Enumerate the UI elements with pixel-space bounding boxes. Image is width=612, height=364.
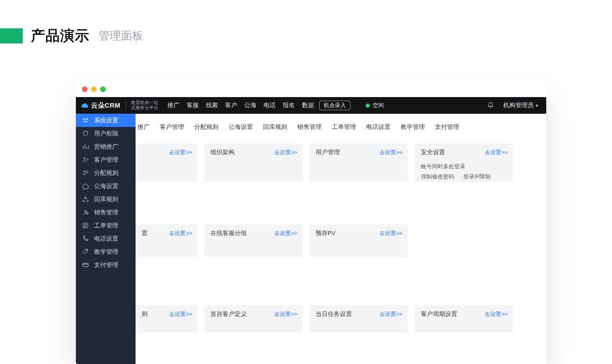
sidebar-item-teaching-management[interactable]: 教学管理 — [76, 245, 136, 258]
app-window: 云朵CRM 教育机构一站 式服务云平台 推广 客服 线索 客户 公海 电话 报名… — [76, 81, 546, 364]
sidebar-item-label: 回库规则 — [94, 195, 118, 204]
sidebar-item-label: 系统设置 — [94, 116, 118, 125]
topnav-item[interactable]: 报名 — [283, 101, 295, 110]
go-settings-link[interactable]: 去设置>> — [274, 230, 297, 237]
topnav-item[interactable]: 线索 — [206, 101, 218, 110]
card-title: 客户周期设置 — [421, 311, 457, 317]
go-settings-link[interactable]: 去设置>> — [169, 230, 192, 237]
bell-icon[interactable] — [487, 101, 494, 110]
settings-card: 则 去设置>> — [136, 305, 197, 333]
window-controls — [76, 81, 546, 97]
card-title: 安全设置 — [421, 149, 445, 155]
topbar: 云朵CRM 教育机构一站 式服务云平台 推广 客服 线索 客户 公海 电话 报名… — [76, 97, 546, 114]
go-settings-link[interactable]: 去设置>> — [485, 310, 508, 318]
tab-item[interactable]: 教学管理 — [396, 121, 430, 133]
main-content: 推广 客户管理 分配规则 公海设置 回库规则 销售管理 工单管理 电话设置 教学… — [136, 114, 546, 364]
card-title: 置 — [142, 230, 148, 236]
sidebar: 系统设置 用户权限 营销推广 客户管理 分配规则 公海设置 — [76, 114, 136, 364]
card-title: 首咨客户定义 — [210, 311, 247, 317]
go-settings-link[interactable]: 去设置>> — [169, 310, 192, 318]
phone-icon — [82, 235, 89, 242]
logo-tagline: 教育机构一站 式服务云平台 — [131, 101, 158, 111]
sidebar-item-label: 工单管理 — [94, 221, 118, 230]
card-sub-item[interactable]: 账号同时多处登录 — [421, 163, 465, 170]
sidebar-item-label: 电话设置 — [94, 235, 118, 243]
record-button[interactable]: 机会录入 — [319, 101, 351, 110]
go-settings-link[interactable]: 去设置>> — [169, 149, 192, 156]
tab-item[interactable]: 客户管理 — [155, 121, 189, 133]
sidebar-item-ticket-management[interactable]: 工单管理 — [76, 219, 136, 232]
chart-icon — [82, 143, 89, 150]
sidebar-item-system-settings[interactable]: 系统设置 — [76, 114, 136, 127]
settings-card: 置 去设置>> — [136, 224, 197, 257]
user-role-label: 机构管理员 — [503, 101, 534, 110]
tab-item[interactable]: 推广 — [136, 121, 155, 133]
settings-card-online-service-group: 在线客服分组 去设置>> — [204, 224, 302, 257]
topnav-item[interactable]: 客服 — [187, 101, 199, 110]
tab-item[interactable]: 工单管理 — [327, 121, 361, 133]
sidebar-item-label: 客户管理 — [94, 156, 118, 164]
go-settings-link[interactable]: 去设置>> — [274, 149, 297, 156]
topnav-item[interactable]: 数据 — [302, 101, 314, 110]
card-row: 则 去设置>> 首咨客户定义 去设置>> 当日任务设置 去设置>> 客户周期设置… — [136, 295, 546, 333]
card-title: 用户管理 — [316, 149, 340, 155]
svg-point-5 — [86, 212, 89, 214]
sidebar-item-label: 教学管理 — [94, 248, 118, 256]
page-heading: 产品演示 管理面板 — [0, 26, 143, 46]
status-indicator[interactable]: 空闲 — [366, 102, 384, 109]
home-icon — [82, 183, 89, 190]
sidebar-item-user-permissions[interactable]: 用户权限 — [76, 127, 136, 140]
sidebar-item-public-sea[interactable]: 公海设置 — [76, 179, 136, 193]
sidebar-item-marketing[interactable]: 营销推广 — [76, 140, 136, 153]
settings-card-customer-cycle: 客户周期设置 去设置>> — [415, 305, 513, 333]
go-settings-link[interactable]: 去设置>> — [274, 310, 297, 318]
tab-item[interactable]: 销售管理 — [292, 121, 327, 133]
card-title: 则 — [142, 311, 148, 317]
sidebar-item-sales-management[interactable]: 销售管理 — [76, 206, 136, 219]
sidebar-item-payment-management[interactable]: 支付管理 — [76, 258, 136, 271]
svg-point-3 — [84, 158, 86, 160]
status-text: 空闲 — [373, 102, 384, 109]
sidebar-item-customer-management[interactable]: 客户管理 — [76, 153, 136, 166]
card-sub-item[interactable]: 登录IP限制 — [463, 173, 491, 180]
go-settings-link[interactable]: 去设置>> — [379, 310, 403, 318]
close-icon[interactable] — [82, 86, 88, 92]
maximize-icon[interactable] — [100, 86, 106, 92]
tab-item[interactable]: 分配规则 — [189, 121, 224, 133]
svg-point-7 — [86, 250, 87, 251]
page-title: 产品演示 — [31, 26, 90, 46]
tab-item[interactable]: 支付管理 — [430, 121, 464, 133]
cloud-icon — [81, 102, 89, 110]
go-settings-link[interactable]: 去设置>> — [485, 149, 508, 156]
card-sub-item[interactable]: 强制修改密码 — [421, 173, 454, 180]
tab-item[interactable]: 电话设置 — [361, 121, 396, 133]
sidebar-item-allocation-rules[interactable]: 分配规则 — [76, 166, 136, 179]
card-title: 当日任务设置 — [316, 311, 352, 317]
tab-item[interactable]: 回库规则 — [258, 121, 292, 133]
tab-row: 推广 客户管理 分配规则 公海设置 回库规则 销售管理 工单管理 电话设置 教学… — [136, 114, 546, 133]
tab-item[interactable]: 公海设置 — [224, 121, 258, 133]
topnav-item[interactable]: 电话 — [264, 101, 276, 110]
minimize-icon[interactable] — [91, 86, 97, 92]
topnav-item[interactable]: 公海 — [244, 101, 256, 110]
sales-icon — [82, 209, 89, 216]
go-settings-link[interactable]: 去设置>> — [379, 230, 403, 237]
logo-text: 云朵CRM — [91, 101, 120, 110]
card-icon — [82, 261, 89, 268]
topnav-item[interactable]: 客户 — [225, 101, 237, 110]
sidebar-item-label: 用户权限 — [94, 129, 118, 138]
user-role-dropdown[interactable]: 机构管理员 ▾ — [503, 101, 538, 110]
topnav-item[interactable]: 推广 — [167, 101, 180, 110]
users-icon — [82, 156, 89, 163]
settings-icon — [82, 117, 89, 124]
accent-bar — [0, 28, 23, 43]
settings-card-security: 安全设置 去设置>> 账号同时多处登录 强制修改密码 登录IP限制 — [415, 144, 513, 182]
sidebar-item-phone-settings[interactable]: 电话设置 — [76, 232, 136, 245]
sidebar-item-label: 支付管理 — [94, 261, 118, 269]
sidebar-item-label: 营销推广 — [94, 143, 118, 151]
sidebar-item-return-rules[interactable]: 回库规则 — [76, 193, 136, 206]
go-settings-link[interactable]: 去设置>> — [379, 149, 403, 156]
logo[interactable]: 云朵CRM 教育机构一站 式服务云平台 — [81, 101, 158, 111]
sidebar-item-label: 分配规则 — [94, 169, 118, 177]
card-title: 组织架构 — [210, 149, 235, 155]
